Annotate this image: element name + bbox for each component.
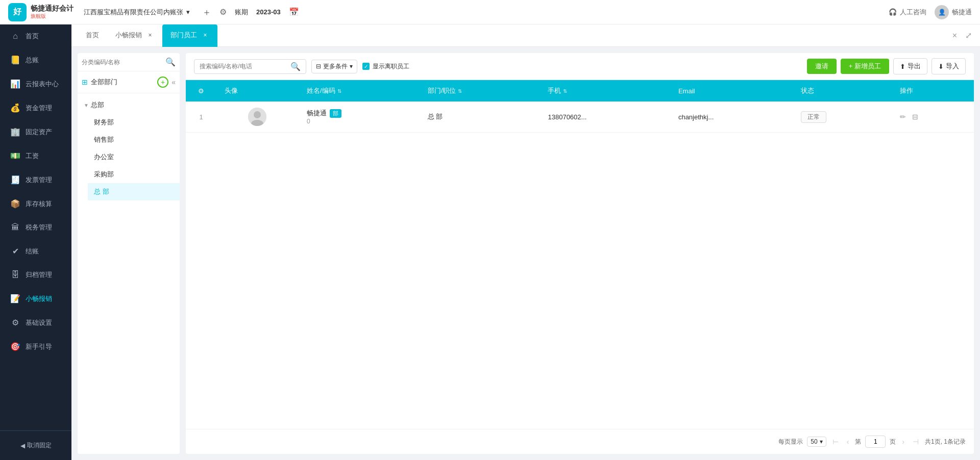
content-area: 首页 小畅报销 × 部门员工 × × ⤢ 🔍 [71, 24, 980, 460]
add-employee-button[interactable]: + 新增员工 [841, 59, 889, 74]
expand-icon[interactable]: ⤢ [963, 29, 974, 42]
last-page-button[interactable]: ⊣ [911, 437, 921, 447]
sidebar-item-invoice[interactable]: 🧾 发票管理 [0, 168, 71, 192]
capital-icon: 💰 [10, 103, 20, 113]
page-size-arrow: ▾ [820, 438, 823, 445]
dept-item-head-label: 总 部 [94, 187, 109, 196]
top-bar-right: 🎧 人工咨询 👤 畅捷通 [889, 5, 972, 19]
sidebar-item-salary[interactable]: 💵 工资 [0, 144, 71, 168]
next-page-button[interactable]: › [900, 437, 906, 447]
dept-search-icon[interactable]: 🔍 [165, 57, 176, 67]
service-button[interactable]: 🎧 人工咨询 [889, 8, 926, 17]
page-content: 🔍 ⊞ 全部部门 + « ▼ 总部 [71, 47, 980, 460]
logout-button[interactable]: ⊟ [912, 113, 918, 121]
sidebar-item-closing[interactable]: ✔ 结账 [0, 239, 71, 263]
employee-search-box: 🔍 [194, 59, 306, 74]
page-input[interactable] [865, 436, 886, 448]
employee-search-icon[interactable]: 🔍 [290, 62, 301, 71]
export-button[interactable]: ⬆ 导出 [893, 58, 927, 74]
toolbar-right: 邀请 + 新增员工 ⬆ 导出 ⬇ 导入 [807, 58, 966, 74]
sidebar-item-label: 发票管理 [26, 175, 52, 185]
tab-dept-employee-close[interactable]: × [201, 31, 209, 39]
ledger-icon: 📒 [10, 55, 20, 65]
top-bar: 好 畅捷通好会计 旗舰版 江西服宝精品有限责任公司内账张 ▾ ＋ ⚙ 账期 20… [0, 0, 980, 24]
page-size-select[interactable]: 50 ▾ [807, 437, 826, 447]
page-size-value: 50 [811, 438, 817, 445]
employee-code: 0 [307, 118, 411, 125]
sidebar-item-capital[interactable]: 💰 资金管理 [0, 96, 71, 120]
sidebar-item-guide[interactable]: 🎯 新手引导 [0, 335, 71, 359]
show-resign-checkbox[interactable]: ✓ [362, 63, 370, 70]
invite-button[interactable]: 邀请 [807, 59, 837, 74]
user-name: 畅捷通 [952, 8, 972, 17]
company-selector[interactable]: 江西服宝精品有限责任公司内账张 ▾ [80, 6, 194, 19]
dept-group-head-label[interactable]: ▼ 总部 [78, 96, 180, 114]
th-name[interactable]: 姓名/编码 ⇅ [299, 80, 420, 101]
sidebar-item-xiaochang-report[interactable]: 📝 小畅报销 [0, 287, 71, 311]
dept-add-button[interactable]: + [157, 76, 168, 88]
sidebar-item-settings[interactable]: ⚙ 基础设置 [0, 311, 71, 335]
dept-header: ⊞ 全部部门 + « [78, 71, 180, 93]
tax-icon: 🏛 [10, 223, 20, 232]
dept-item-sales[interactable]: 销售部 [88, 131, 180, 148]
sidebar-item-reports[interactable]: 📊 云报表中心 [0, 72, 71, 96]
sidebar-item-home[interactable]: ⌂ 首页 [0, 24, 71, 48]
settings-icon[interactable]: ⚙ [219, 7, 227, 17]
sidebar-item-label: 新手引导 [26, 342, 52, 351]
prev-page-button[interactable]: ‹ [845, 437, 851, 447]
sort-dept-icon: ⇅ [458, 88, 462, 94]
dept-item-purchase[interactable]: 采购部 [88, 166, 180, 183]
pin-icon: ◀ [20, 442, 25, 449]
sidebar-item-label: 库存核算 [26, 199, 52, 209]
employee-panel: 🔍 ⊟ 更多条件 ▾ ✓ 显示离职员工 邀请 + 新增员工 [186, 53, 974, 454]
sidebar-item-archive[interactable]: 🗄 归档管理 [0, 263, 71, 287]
first-page-button[interactable]: ⊢ [830, 437, 841, 447]
logo-icon: 好 [8, 3, 27, 21]
assets-icon: 🏢 [10, 127, 20, 137]
sidebar-item-inventory[interactable]: 📦 库存核算 [0, 192, 71, 216]
salary-icon: 💵 [10, 151, 20, 161]
company-name: 江西服宝精品有限责任公司内账张 [84, 8, 183, 17]
tab-dept-employee-label: 部门员工 [170, 31, 197, 40]
show-resign-option[interactable]: ✓ 显示离职员工 [362, 62, 409, 71]
sidebar-item-ledger[interactable]: 📒 总账 [0, 48, 71, 72]
th-dept[interactable]: 部门/职位 ⇅ [420, 80, 540, 101]
top-bar-mid: ＋ ⚙ 账期 2023-03 📅 [202, 6, 299, 18]
row-status: 正常 [793, 101, 892, 133]
row-avatar [216, 101, 299, 133]
tab-home[interactable]: 首页 [78, 24, 107, 47]
row-name-cell: 畅捷通 部 0 [299, 101, 420, 133]
export-icon: ⬆ [900, 63, 905, 70]
tab-dept-employee[interactable]: 部门员工 × [162, 24, 217, 47]
tab-xiaochang-close[interactable]: × [146, 31, 154, 39]
dept-search-box: 🔍 [78, 53, 180, 71]
edit-button[interactable]: ✏ [900, 113, 906, 121]
dept-group-head: ▼ 总部 财务部 销售部 办公室 [78, 96, 180, 200]
more-filter-button[interactable]: ⊟ 更多条件 ▾ [311, 60, 357, 73]
sidebar-item-label: 资金管理 [26, 104, 52, 113]
dept-item-office[interactable]: 办公室 [88, 148, 180, 166]
close-tab-icon[interactable]: × [950, 29, 959, 42]
dept-collapse-icon[interactable]: « [172, 78, 176, 86]
employee-toolbar: 🔍 ⊟ 更多条件 ▾ ✓ 显示离职员工 邀请 + 新增员工 [186, 53, 974, 80]
calendar-icon[interactable]: 📅 [289, 7, 299, 17]
row-actions: ✏ ⊟ [892, 101, 974, 133]
tab-xiaochang[interactable]: 小畅报销 × [107, 24, 162, 47]
cancel-pin-button[interactable]: ◀ 取消固定 [0, 437, 71, 454]
employee-name: 畅捷通 [307, 109, 327, 118]
th-phone[interactable]: 手机 ⇅ [540, 80, 670, 101]
cancel-pin-label: 取消固定 [27, 441, 52, 450]
dept-search-input[interactable] [82, 59, 162, 66]
sidebar-item-tax[interactable]: 🏛 税务管理 [0, 216, 71, 239]
logo-title: 畅捷通好会计 [31, 4, 74, 13]
add-tab-icon[interactable]: ＋ [202, 6, 211, 18]
import-button[interactable]: ⬇ 导入 [932, 58, 966, 74]
dept-all-label: 全部部门 [91, 78, 154, 87]
th-settings[interactable]: ⚙ [186, 80, 216, 101]
dept-item-finance[interactable]: 财务部 [88, 114, 180, 131]
sidebar-item-label: 固定资产 [26, 127, 52, 137]
sidebar-item-assets[interactable]: 🏢 固定资产 [0, 120, 71, 144]
employee-search-input[interactable] [200, 63, 287, 70]
user-info[interactable]: 👤 畅捷通 [935, 5, 972, 19]
dept-item-head[interactable]: 总 部 [88, 183, 180, 200]
